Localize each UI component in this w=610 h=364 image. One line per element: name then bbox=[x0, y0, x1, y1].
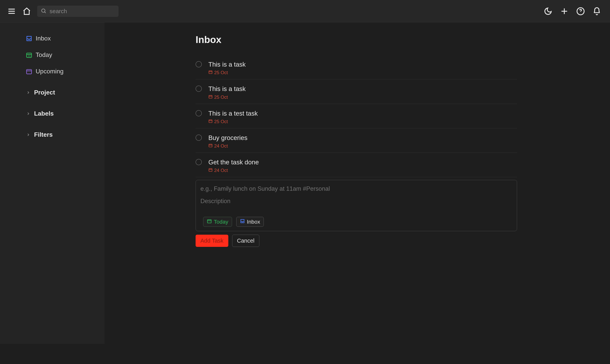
task-title: Get the task done bbox=[208, 158, 517, 166]
sidebar-item-label: Today bbox=[36, 51, 52, 58]
inbox-icon bbox=[240, 219, 245, 225]
task-due-date: 24 Oct bbox=[208, 143, 517, 149]
task-row[interactable]: This is a test task 25 Oct bbox=[195, 104, 517, 128]
sidebar-item-label: Inbox bbox=[36, 35, 51, 42]
add-task-button[interactable]: Add Task bbox=[195, 235, 228, 247]
task-checkbox[interactable] bbox=[195, 86, 202, 92]
pill-label: Today bbox=[214, 219, 228, 225]
sidebar-item-upcoming[interactable]: Upcoming bbox=[0, 63, 104, 79]
task-date-text: 24 Oct bbox=[214, 168, 228, 173]
task-title: This is a test task bbox=[208, 109, 517, 117]
svg-rect-23 bbox=[209, 144, 212, 147]
topbar bbox=[0, 0, 610, 23]
task-date-text: 24 Oct bbox=[214, 143, 228, 149]
page-title: Inbox bbox=[195, 34, 517, 45]
calendar-icon bbox=[208, 70, 213, 75]
task-title-input[interactable] bbox=[200, 185, 513, 193]
task-date-text: 25 Oct bbox=[214, 119, 228, 124]
svg-line-4 bbox=[45, 12, 46, 13]
task-title: This is a task bbox=[208, 85, 517, 93]
project-inbox-pill[interactable]: Inbox bbox=[236, 217, 264, 227]
calendar-icon bbox=[208, 168, 213, 173]
calendar-icon bbox=[208, 94, 213, 100]
chevron-right-icon bbox=[25, 89, 32, 96]
svg-rect-21 bbox=[209, 120, 212, 123]
pill-label: Inbox bbox=[247, 219, 260, 225]
svg-rect-12 bbox=[26, 69, 32, 74]
sidebar-item-label: Upcoming bbox=[36, 68, 64, 75]
task-checkbox[interactable] bbox=[195, 61, 202, 67]
task-due-date: 24 Oct bbox=[208, 168, 517, 173]
add-task-form: Today Inbox bbox=[195, 180, 517, 231]
inbox-icon bbox=[26, 35, 33, 42]
sidebar-item-today[interactable]: 01 Today bbox=[0, 47, 104, 63]
task-row[interactable]: This is a task 25 Oct bbox=[195, 79, 517, 104]
task-description-input[interactable] bbox=[200, 197, 513, 205]
task-list: This is a task 25 Oct This is a task 25 … bbox=[195, 55, 517, 177]
task-date-text: 25 Oct bbox=[214, 70, 228, 75]
theme-toggle-button[interactable] bbox=[543, 7, 553, 16]
menu-button[interactable] bbox=[7, 7, 16, 16]
add-button[interactable] bbox=[560, 7, 569, 16]
chevron-right-icon bbox=[25, 131, 32, 138]
svg-rect-19 bbox=[209, 95, 212, 98]
task-date-text: 25 Oct bbox=[214, 94, 228, 100]
svg-text:01: 01 bbox=[28, 54, 31, 57]
task-row[interactable]: Get the task done 24 Oct bbox=[195, 153, 517, 177]
upcoming-icon bbox=[26, 68, 33, 75]
sidebar-section-filters[interactable]: Filters bbox=[0, 126, 104, 143]
schedule-today-pill[interactable]: Today bbox=[203, 217, 232, 227]
calendar-icon bbox=[207, 219, 212, 225]
search-icon bbox=[41, 8, 46, 14]
cancel-button[interactable]: Cancel bbox=[232, 235, 259, 247]
today-icon: 01 bbox=[26, 52, 33, 58]
search-input[interactable] bbox=[49, 8, 115, 15]
sidebar-item-inbox[interactable]: Inbox bbox=[0, 30, 104, 47]
main-panel: Inbox This is a task 25 Oct This is a ta… bbox=[104, 23, 610, 364]
task-due-date: 25 Oct bbox=[208, 70, 517, 75]
task-title: Buy groceries bbox=[208, 134, 517, 142]
notifications-button[interactable] bbox=[592, 7, 601, 16]
sidebar: Inbox 01 Today Upcoming Project Labels bbox=[0, 23, 104, 344]
sidebar-section-label: Labels bbox=[34, 110, 54, 117]
svg-point-3 bbox=[42, 9, 45, 13]
task-due-date: 25 Oct bbox=[208, 94, 517, 100]
svg-rect-17 bbox=[209, 71, 212, 74]
svg-rect-27 bbox=[208, 220, 211, 223]
sidebar-section-label: Project bbox=[34, 89, 55, 96]
sidebar-section-labels[interactable]: Labels bbox=[0, 105, 104, 122]
home-button[interactable] bbox=[22, 7, 31, 16]
task-row[interactable]: This is a task 25 Oct bbox=[195, 55, 517, 79]
task-checkbox[interactable] bbox=[195, 110, 202, 116]
search-box[interactable] bbox=[37, 6, 118, 17]
sidebar-section-label: Filters bbox=[34, 131, 53, 138]
svg-rect-25 bbox=[209, 169, 212, 171]
task-due-date: 25 Oct bbox=[208, 119, 517, 124]
help-button[interactable] bbox=[576, 7, 585, 16]
task-row[interactable]: Buy groceries 24 Oct bbox=[195, 128, 517, 153]
calendar-icon bbox=[208, 143, 213, 149]
task-checkbox[interactable] bbox=[195, 159, 202, 165]
chevron-right-icon bbox=[25, 110, 32, 117]
sidebar-section-project[interactable]: Project bbox=[0, 84, 104, 101]
task-checkbox[interactable] bbox=[195, 135, 202, 141]
calendar-icon bbox=[208, 119, 213, 124]
task-title: This is a task bbox=[208, 60, 517, 68]
